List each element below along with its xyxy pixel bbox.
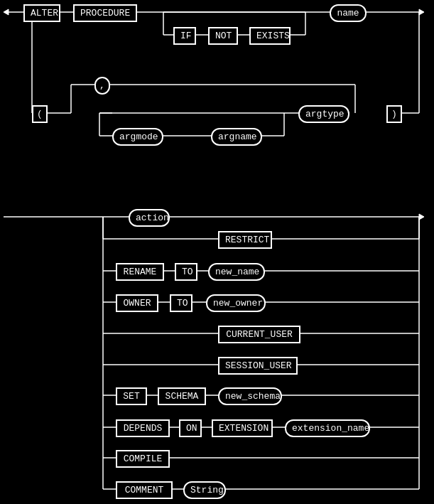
argtype-node: argtype [298,105,349,123]
comma-node: , [94,77,110,95]
name-node: name [330,4,367,22]
extension-node: EXTENSION [212,419,273,437]
session-user-node: SESSION_USER [218,357,298,375]
alter-node: ALTER [23,4,60,22]
procedure-node: PROCEDURE [73,4,137,22]
owner-node: OWNER [116,294,158,312]
restrict-node: RESTRICT [218,231,272,249]
current-user-node: CURRENT_USER [218,326,300,343]
if-node: IF [173,27,196,45]
not-node: NOT [208,27,238,45]
to1-node: TO [175,263,197,281]
bottom-exit-arrow [419,214,424,220]
schema-node: SCHEMA [158,387,206,405]
argname-node: argname [211,128,262,146]
rparen-node: ) [386,105,402,123]
exists-node: EXISTS [249,27,291,45]
comment-node: COMMENT [116,481,173,499]
on-node: ON [179,419,202,437]
new-owner-node: new_owner [206,294,266,312]
depends-node: DEPENDS [116,419,170,437]
compile-node: COMPILE [116,450,170,468]
argmode-node: argmode [112,128,163,146]
rename-node: RENAME [116,263,164,281]
string-node: String [183,481,226,499]
to2-node: TO [170,294,192,312]
lparen-node: ( [32,105,48,123]
new-name-node: new_name [208,263,265,281]
action-node: action [129,209,170,227]
extension-name-node: extension_name [285,419,370,437]
entry-arrow [4,9,9,15]
new-schema-node: new_schema [218,387,282,405]
set-node: SET [116,387,147,405]
top-exit-arrow [419,9,424,15]
railroad-diagram: ALTER PROCEDURE name IF NOT EXISTS , ( a… [0,0,434,504]
